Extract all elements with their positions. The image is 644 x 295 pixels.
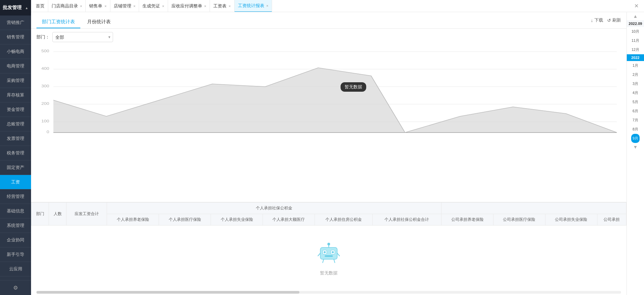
sidebar-item-税务管理[interactable]: 税务管理 [0, 146, 31, 160]
tab-门店商品目录[interactable]: 门店商品目录× [48, 0, 86, 12]
table-section: 部门 人数 应发工资合计 个人承担社保公积金 个人承担养老保险 个人承担医疗保险… [31, 202, 626, 295]
tab-应收应付调整单[interactable]: 应收应付调整单× [168, 0, 210, 12]
sidebar-item-采购管理[interactable]: 采购管理 [0, 73, 31, 88]
main-content: 首页门店商品目录×销售单×店铺管理×生成凭证×应收应付调整单×工资表×工资统计报… [31, 0, 644, 295]
sidebar-item-销售管理[interactable]: 销售管理 [0, 30, 31, 45]
timeline-nav-down[interactable]: ▼ [632, 143, 639, 151]
sidebar-item-基础信息[interactable]: 基础信息 [0, 204, 31, 218]
sidebar-item-库存核算[interactable]: 库存核算 [0, 88, 31, 102]
tab-close-icon[interactable]: × [162, 4, 164, 8]
col-company-medical: 公司承担医疗保险 [493, 214, 545, 226]
timeline-month-1月[interactable]: 1月 [631, 61, 640, 70]
tab-工资表[interactable]: 工资表× [210, 0, 234, 12]
svg-text:200: 200 [42, 101, 49, 106]
page-content: 部门工资统计表月份统计表 ↓ 下载 ↺ 刷新 部门： 全 [31, 12, 644, 295]
sidebar-item-工资[interactable]: 工资 [0, 175, 31, 189]
col-company-other: 公司承担 [597, 214, 626, 226]
timeline-month-8月[interactable]: 8月 [631, 125, 640, 134]
sidebar-item-新手引导[interactable]: 新手引导 [0, 247, 31, 262]
svg-marker-12 [53, 68, 617, 132]
chart-svg: 500 400 300 200 100 0 [36, 49, 621, 137]
refresh-icon: ↺ [607, 18, 611, 23]
sidebar-item-固定资产[interactable]: 固定资产 [0, 160, 31, 175]
tab-label: 销售单 [89, 3, 102, 9]
tab-close-icon[interactable]: × [204, 4, 206, 8]
sidebar-item-发票管理[interactable]: 发票管理 [0, 131, 31, 146]
col-header-count: 人数 [49, 203, 66, 226]
svg-line-21 [323, 259, 324, 263]
tab-生成凭证[interactable]: 生成凭证× [139, 0, 168, 12]
sidebar-footer[interactable]: ⚙ [0, 280, 31, 295]
col-company-pension: 公司承担养老保险 [441, 214, 493, 226]
svg-point-24 [332, 251, 334, 253]
tab-close-icon[interactable]: × [266, 4, 268, 8]
department-select-wrapper: 全部 [52, 32, 113, 42]
sidebar-header[interactable]: 批发管理 ▲ [0, 0, 31, 16]
tab-label: 门店商品目录 [52, 3, 78, 9]
inner-content: 部门工资统计表月份统计表 ↓ 下载 ↺ 刷新 部门： 全 [31, 12, 626, 295]
svg-line-22 [334, 259, 335, 263]
timeline-month-5月[interactable]: 5月 [631, 97, 640, 107]
sub-tab-月份统计表[interactable]: 月份统计表 [82, 16, 116, 28]
col-group-personal: 个人承担社保公积金 [107, 203, 441, 214]
timeline-month-6月[interactable]: 6月 [631, 107, 640, 116]
sidebar-item-电商管理[interactable]: 电商管理 [0, 59, 31, 73]
toolbar: ↓ 下载 ↺ 刷新 [582, 14, 627, 26]
timeline-month-4月[interactable]: 4月 [631, 88, 640, 97]
col-header-salary: 应发工资合计 [66, 203, 107, 226]
timeline-month-10月[interactable]: 10月 [630, 27, 641, 36]
filter-label: 部门： [36, 34, 50, 40]
sidebar-item-经营管理[interactable]: 经营管理 [0, 189, 31, 204]
sidebar-item-云应用[interactable]: 云应用 [0, 262, 31, 276]
scrollbar-thumb[interactable] [36, 291, 299, 294]
svg-text:100: 100 [42, 119, 49, 123]
close-window-icon[interactable]: ✕ [633, 3, 640, 9]
scrollbar-track[interactable] [36, 291, 621, 294]
col-header-department: 部门 [31, 203, 49, 226]
sidebar-item-小畅电商[interactable]: 小畅电商 [0, 45, 31, 59]
timeline-month-12月[interactable]: 12月 [630, 45, 641, 54]
tab-工资统计报表[interactable]: 工资统计报表× [235, 0, 272, 12]
tab-close-icon[interactable]: × [80, 4, 82, 8]
tab-label: 工资统计报表 [238, 3, 264, 9]
timeline-month-3月[interactable]: 3月 [631, 79, 640, 88]
scrollbar-row[interactable] [31, 290, 626, 295]
sidebar-item-企业协同[interactable]: 企业协同 [0, 233, 31, 247]
no-data-text: 暂无数据 [320, 270, 338, 276]
no-data-icon [315, 239, 342, 266]
tab-bar: 首页门店商品目录×销售单×店铺管理×生成凭证×应收应付调整单×工资表×工资统计报… [31, 0, 644, 12]
col-group-company [441, 203, 626, 214]
no-data-section: 暂无数据 [31, 226, 626, 290]
timeline-month-11月[interactable]: 11月 [630, 36, 641, 45]
timeline-month-2月[interactable]: 2月 [631, 70, 640, 79]
tab-close-icon[interactable]: × [104, 4, 106, 8]
svg-text:300: 300 [42, 84, 49, 88]
tab-首页[interactable]: 首页 [32, 0, 48, 12]
refresh-button[interactable]: ↺ 刷新 [607, 17, 621, 23]
tab-close-icon[interactable]: × [133, 4, 135, 8]
timeline-nav-up[interactable]: ▲ [632, 12, 639, 20]
sidebar-title: 批发管理 [3, 5, 22, 11]
sidebar-item-总账管理[interactable]: 总账管理 [0, 117, 31, 131]
svg-text:500: 500 [42, 49, 49, 53]
sidebar-item-系统管理[interactable]: 系统管理 [0, 218, 31, 233]
timeline-month-7月[interactable]: 7月 [631, 116, 640, 125]
tab-label: 生成凭证 [142, 3, 160, 9]
download-icon: ↓ [591, 18, 593, 23]
sub-tab-部门工资统计表[interactable]: 部门工资统计表 [36, 16, 80, 28]
download-button[interactable]: ↓ 下载 [591, 17, 603, 23]
svg-point-23 [324, 251, 326, 253]
col-personal-housing: 个人承担住房公积金 [315, 214, 372, 226]
svg-point-18 [327, 243, 330, 245]
chart-area: 500 400 300 200 100 0 [31, 46, 626, 202]
gear-icon: ⚙ [13, 285, 18, 291]
tab-close-icon[interactable]: × [229, 4, 231, 8]
svg-line-19 [318, 253, 320, 256]
department-select[interactable]: 全部 [52, 32, 113, 42]
timeline-month-9月[interactable]: 9月 [631, 134, 640, 143]
sidebar: 批发管理 ▲ 营销推广销售管理小畅电商电商管理采购管理库存核算资金管理总账管理发… [0, 0, 31, 295]
sidebar-item-营销推广[interactable]: 营销推广 [0, 16, 31, 30]
sidebar-item-资金管理[interactable]: 资金管理 [0, 102, 31, 117]
tab-销售单[interactable]: 销售单× [86, 0, 110, 12]
tab-店铺管理[interactable]: 店铺管理× [110, 0, 139, 12]
